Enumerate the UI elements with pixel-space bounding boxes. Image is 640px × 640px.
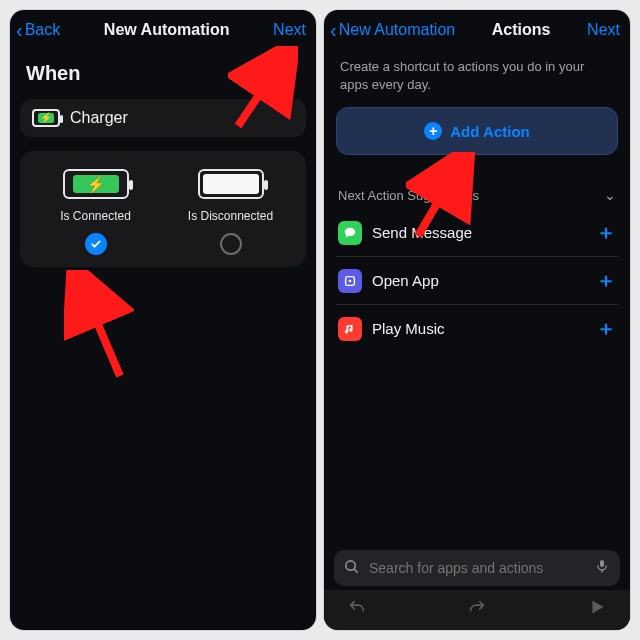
- music-app-icon: [338, 317, 362, 341]
- battery-full-icon: [198, 169, 264, 199]
- plus-icon: ＋: [596, 315, 616, 342]
- charger-icon: ⚡: [32, 109, 60, 127]
- back-button[interactable]: ‹ Back: [16, 20, 60, 40]
- search-icon: [344, 559, 359, 578]
- helper-text: Create a shortcut to actions you do in y…: [324, 48, 630, 105]
- battery-charging-icon: ⚡: [63, 169, 129, 199]
- radio-unselected-icon: [220, 233, 242, 255]
- suggestions-title: Next Action Suggestions: [338, 188, 479, 203]
- next-label: Next: [273, 21, 306, 39]
- suggestion-play-music[interactable]: Play Music ＋: [336, 304, 618, 352]
- plus-icon: ＋: [596, 267, 616, 294]
- back-label: New Automation: [339, 21, 456, 39]
- search-field[interactable]: [334, 550, 620, 586]
- back-chevron-icon: ‹: [16, 20, 23, 40]
- chevron-down-icon: ⌄: [604, 187, 616, 203]
- suggestion-label: Open App: [372, 272, 586, 289]
- option-is-connected[interactable]: ⚡ Is Connected: [32, 169, 159, 255]
- option-label: Is Disconnected: [188, 209, 273, 223]
- plus-circle-icon: +: [424, 122, 442, 140]
- redo-button[interactable]: [466, 596, 488, 622]
- bottom-toolbar: [324, 590, 630, 630]
- suggestion-open-app[interactable]: Open App ＋: [336, 256, 618, 304]
- navbar: ‹ Back New Automation Next: [10, 10, 316, 48]
- microphone-icon[interactable]: [594, 558, 610, 578]
- svg-rect-3: [600, 560, 604, 567]
- radio-selected-icon: [85, 233, 107, 255]
- next-button[interactable]: Next: [587, 21, 620, 39]
- next-label: Next: [587, 21, 620, 39]
- run-button[interactable]: [586, 596, 608, 622]
- open-app-icon: [338, 269, 362, 293]
- suggestion-send-message[interactable]: Send Message ＋: [336, 209, 618, 256]
- nav-title: New Automation: [104, 21, 230, 39]
- connection-options: ⚡ Is Connected Is Disconnected: [20, 151, 306, 267]
- undo-button[interactable]: [346, 596, 368, 622]
- option-label: Is Connected: [60, 209, 131, 223]
- left-screen: ‹ Back New Automation Next When ⚡ Charge…: [10, 10, 316, 630]
- suggestion-label: Send Message: [372, 224, 586, 241]
- svg-point-1: [349, 279, 352, 282]
- back-button[interactable]: ‹ New Automation: [330, 20, 455, 40]
- nav-title: Actions: [492, 21, 551, 39]
- suggestion-label: Play Music: [372, 320, 586, 337]
- charger-card[interactable]: ⚡ Charger: [20, 99, 306, 137]
- back-label: Back: [25, 21, 61, 39]
- navbar: ‹ New Automation Actions Next: [324, 10, 630, 48]
- option-is-disconnected[interactable]: Is Disconnected: [167, 169, 294, 255]
- add-action-label: Add Action: [450, 123, 529, 140]
- search-input[interactable]: [367, 559, 586, 577]
- add-action-button[interactable]: + Add Action: [336, 107, 618, 155]
- suggestions-list: Send Message ＋ Open App ＋ Play Music ＋: [336, 209, 618, 352]
- when-header: When: [10, 48, 316, 95]
- messages-app-icon: [338, 221, 362, 245]
- back-chevron-icon: ‹: [330, 20, 337, 40]
- next-button[interactable]: Next: [273, 21, 306, 39]
- plus-icon: ＋: [596, 219, 616, 246]
- charger-label: Charger: [70, 109, 128, 127]
- right-screen: ‹ New Automation Actions Next Create a s…: [324, 10, 630, 630]
- suggestions-header[interactable]: Next Action Suggestions ⌄: [324, 165, 630, 209]
